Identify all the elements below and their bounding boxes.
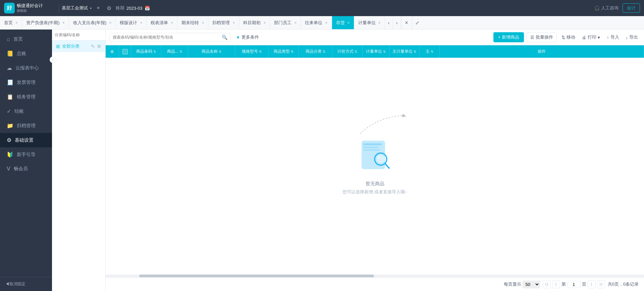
th-code[interactable]: 商品... ⇅ xyxy=(161,45,188,58)
sidebar-item-invoice[interactable]: 🧾 发票管理 xyxy=(0,75,52,90)
sidebar-item-ledger[interactable]: 📒 总账 xyxy=(0,46,52,61)
tab-close-icon[interactable]: × xyxy=(140,20,142,25)
all-category-item[interactable]: ⊞ 全部分类 ✎ ⚙ xyxy=(52,41,105,52)
tab-close-icon[interactable]: × xyxy=(347,20,350,25)
logo-text-group: 畅捷通好会计 旗舰版 xyxy=(17,3,43,13)
tab-close-icon[interactable]: × xyxy=(15,20,18,25)
tab-close-icon[interactable]: × xyxy=(232,20,235,25)
tab-contacts[interactable]: 往来单位 × xyxy=(301,16,332,30)
th-barcode[interactable]: 商品条码 ⇅ xyxy=(131,45,161,58)
th-unit-label: 计量单位 xyxy=(366,49,382,54)
tab-close-icon[interactable]: × xyxy=(62,20,65,25)
product-search-input[interactable] xyxy=(113,35,220,40)
th-spec[interactable]: 规格型号 ⇅ xyxy=(235,45,269,58)
category-search-input[interactable] xyxy=(55,33,105,37)
th-extra-label: 主 xyxy=(426,49,430,54)
add-tab-button[interactable]: + xyxy=(94,4,102,12)
tab-income-statement[interactable]: 收入支出表(年报) × xyxy=(69,16,116,30)
account-button[interactable]: 会计 xyxy=(623,3,640,13)
sidebar-label: 总账 xyxy=(17,51,26,57)
sidebar-item-home[interactable]: ⌂ 首页 xyxy=(0,32,52,46)
guide-icon: 🔰 xyxy=(7,151,13,158)
tab-close-all-button[interactable]: × xyxy=(401,16,412,30)
tab-close-icon[interactable]: × xyxy=(378,20,381,25)
print-button[interactable]: 🖨 打印 ▾ xyxy=(580,33,602,42)
svg-rect-4 xyxy=(363,149,380,151)
scrollbar-thumb[interactable] xyxy=(139,275,374,277)
right-panel: 🔍 ▼ 更多条件 + 新增商品 ☰ 批量操作 ⇅ 移动 xyxy=(106,30,644,291)
tax-icon: 📋 xyxy=(7,94,13,100)
th-checkbox[interactable] xyxy=(119,45,131,58)
edit-category-icon[interactable]: ✎ xyxy=(91,44,95,49)
tab-home[interactable]: 首页 × xyxy=(0,16,22,30)
move-button[interactable]: ⇅ 移动 xyxy=(559,33,577,42)
th-main-unit[interactable]: 主计量单位 ⇅ xyxy=(389,45,420,58)
tab-tax-list[interactable]: 税表清单 × xyxy=(147,16,177,30)
tab-close-icon[interactable]: × xyxy=(202,20,204,25)
consulting-button[interactable]: 🎧 人工咨询 xyxy=(594,5,619,11)
tab-close-icon[interactable]: × xyxy=(171,20,173,25)
tab-archive[interactable]: 归档管理 × xyxy=(208,16,239,30)
per-page-select[interactable]: 50 100 200 xyxy=(523,281,540,288)
company-selector[interactable]: 基层工会测试 ▾ xyxy=(62,5,92,11)
page-first-button[interactable]: ⟨⟨ xyxy=(543,280,551,288)
tab-template-design[interactable]: 模版设计 × xyxy=(116,16,147,30)
header-settings-button[interactable]: ⚙ xyxy=(105,4,113,12)
logo-area: 好 畅捷通好会计 旗舰版 xyxy=(4,3,56,13)
more-filter-button[interactable]: ▼ 更多条件 xyxy=(233,33,262,42)
tab-label: 期末结转 xyxy=(181,20,199,26)
horizontal-scrollbar[interactable] xyxy=(106,275,644,277)
tab-close-icon[interactable]: × xyxy=(325,20,327,25)
app-logo-icon: 好 xyxy=(4,3,15,13)
category-search-area: 🔍 xyxy=(52,30,105,41)
headset-icon: 🎧 xyxy=(594,6,600,11)
th-name[interactable]: 商品名称 ⇅ xyxy=(188,45,235,58)
sidebar-label: 归档管理 xyxy=(17,123,36,129)
th-category[interactable]: 商品分类 ⇅ xyxy=(299,45,332,58)
main-layout: ⌂ 首页 📒 总账 ☁ 云报表中心 🧾 发票管理 📋 税务管理 ✓ 结账 xyxy=(0,30,644,291)
cloud-icon: ☁ xyxy=(7,65,12,71)
page-prev-button[interactable]: ⟨ xyxy=(552,280,560,288)
sidebar-label: 云报表中心 xyxy=(15,65,39,71)
panel-collapse-button[interactable]: ‹ xyxy=(52,56,56,63)
tab-prev-button[interactable]: ‹ xyxy=(385,16,393,30)
calendar-icon[interactable]: 📅 xyxy=(145,6,150,11)
th-settings[interactable]: ⚙ xyxy=(106,45,119,58)
sidebar-item-closing[interactable]: ✓ 结账 xyxy=(0,104,52,118)
tab-unit[interactable]: 计量单位 × xyxy=(354,16,385,30)
th-type[interactable]: 商品类型 ⇅ xyxy=(269,45,299,58)
tab-subject-init[interactable]: 科目期初 × xyxy=(239,16,270,30)
sidebar-item-reports[interactable]: ☁ 云报表中心 xyxy=(0,61,52,75)
empty-arrow-svg xyxy=(357,114,410,141)
page-last-button[interactable]: ⟩⟩ xyxy=(597,280,605,288)
export-button[interactable]: ↓ 导出 xyxy=(624,33,640,42)
tab-balance-sheet[interactable]: 资产负债表(中期) × xyxy=(22,16,69,30)
add-product-button[interactable]: + 新增商品 xyxy=(493,32,524,42)
import-button[interactable]: ↑ 导入 xyxy=(605,33,621,42)
tab-period-transfer[interactable]: 期末结转 × xyxy=(177,16,208,30)
th-extra[interactable]: 主 ⇅ xyxy=(420,45,440,58)
sidebar-label: 首页 xyxy=(13,36,23,42)
settings-category-icon[interactable]: ⚙ xyxy=(97,44,101,49)
tab-close-icon[interactable]: × xyxy=(294,20,297,25)
unpin-button[interactable]: ◀取消固定 xyxy=(5,281,47,287)
page-number-input[interactable] xyxy=(567,281,581,288)
tab-close-icon[interactable]: × xyxy=(109,20,111,25)
sidebar-item-tax[interactable]: 📋 税务管理 xyxy=(0,90,52,104)
sidebar-item-guide[interactable]: 🔰 新手引导 xyxy=(0,147,52,162)
tab-expand-button[interactable]: ⤢ xyxy=(412,16,423,30)
tab-dept-staff[interactable]: 部门员工 × xyxy=(270,16,301,30)
select-all-checkbox[interactable] xyxy=(122,49,128,54)
th-price-method[interactable]: 计价方式 ⇅ xyxy=(332,45,363,58)
product-search-icon[interactable]: 🔍 xyxy=(222,35,227,40)
batch-operation-button[interactable]: ☰ 批量操作 xyxy=(527,32,557,42)
page-next-button[interactable]: ⟩ xyxy=(588,280,596,288)
sidebar-item-member[interactable]: V 畅会员 xyxy=(0,162,52,176)
tab-close-icon[interactable]: × xyxy=(263,20,266,25)
sidebar-item-archive[interactable]: 📁 归档管理 xyxy=(0,118,52,133)
sidebar-item-settings[interactable]: ⚙ 基础设置 xyxy=(0,133,52,147)
th-category-label: 商品分类 xyxy=(306,49,322,54)
th-unit[interactable]: 计量单位 ⇅ xyxy=(363,45,389,58)
tab-inventory[interactable]: 存货 × xyxy=(332,16,354,30)
tab-next-button[interactable]: › xyxy=(393,16,401,30)
